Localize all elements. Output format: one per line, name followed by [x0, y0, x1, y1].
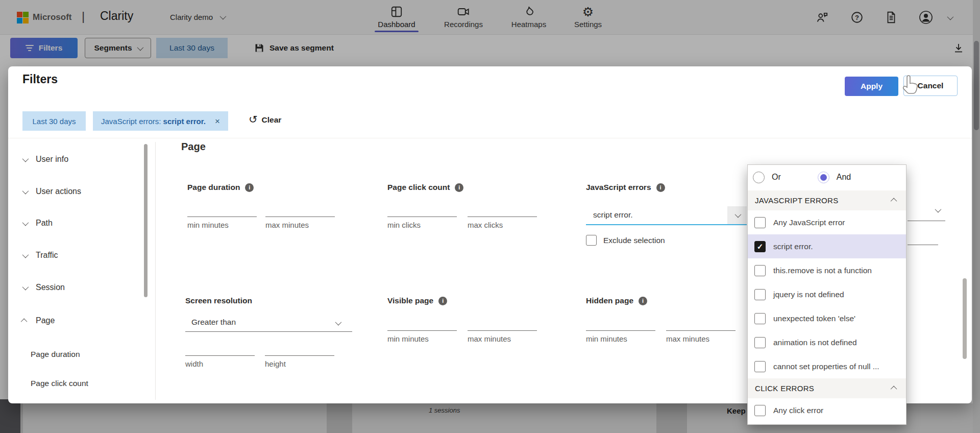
section-header-click-errors[interactable]: CLICK ERRORS	[748, 378, 906, 398]
option-any-click-error[interactable]: Any click error	[748, 398, 906, 422]
hidden-page-label: Hidden page i	[586, 296, 647, 305]
sidebar-item-page-duration[interactable]: Page duration	[8, 347, 141, 362]
hidden-page-min-input[interactable]: min minutes	[586, 330, 655, 343]
sidebar-scrollbar-thumb[interactable]	[144, 144, 148, 297]
partial-field-fragment	[908, 245, 938, 245]
page-click-count-max-input[interactable]: max clicks	[468, 216, 537, 229]
chip-value: script error.	[163, 117, 206, 126]
checkbox-checked-icon: ✓	[754, 241, 766, 252]
sidebar-item-page-click-count[interactable]: Page click count	[8, 376, 141, 391]
javascript-errors-dropdown-panel: Or And JAVASCRIPT ERRORS Any JavaScript …	[747, 164, 906, 425]
cancel-button[interactable]: Cancel	[903, 76, 958, 96]
section-heading: Page	[181, 141, 206, 153]
sidebar-item-page[interactable]: Page	[8, 314, 141, 328]
logic-or-radio[interactable]: Or	[753, 172, 781, 183]
info-icon[interactable]: i	[455, 183, 463, 192]
sidebar-item-session[interactable]: Session	[8, 280, 141, 295]
checkbox-icon	[754, 313, 766, 324]
clarity-app: Microsoft | Clarity Clarity demo Dashboa…	[0, 0, 980, 433]
partial-field-fragment	[908, 221, 945, 221]
checkbox-icon	[586, 235, 597, 246]
filter-chip-js-errors[interactable]: JavaScript errors: script error. ×	[93, 111, 228, 131]
chevron-down-icon	[22, 187, 29, 194]
javascript-errors-value: script error.	[593, 210, 633, 220]
chevron-up-icon	[21, 318, 28, 325]
option-script-error[interactable]: ✓ script error.	[748, 234, 906, 258]
sidebar-item-traffic[interactable]: Traffic	[8, 248, 141, 262]
checkbox-icon	[754, 217, 766, 228]
chevron-down-icon	[22, 219, 29, 226]
clear-filters-button[interactable]: ↺ Clear	[249, 114, 281, 125]
modal-scrollbar-thumb[interactable]	[963, 278, 967, 359]
page-click-count-min-input[interactable]: min clicks	[387, 216, 457, 229]
sidebar-item-user-info[interactable]: User info	[8, 152, 141, 166]
option-this-remove-is-not-a-function[interactable]: this.remove is not a function	[748, 258, 906, 282]
visible-page-label: Visible page i	[387, 296, 447, 305]
screen-resolution-width-input[interactable]: width	[185, 355, 255, 368]
radio-icon	[753, 172, 765, 183]
screen-resolution-label: Screen resolution	[185, 296, 252, 305]
chevron-down-icon	[935, 205, 940, 214]
chevron-up-icon	[891, 386, 897, 393]
visible-page-max-input[interactable]: max minutes	[468, 330, 537, 343]
select-dropdown-button[interactable]	[727, 206, 747, 224]
radio-selected-icon	[818, 172, 829, 183]
screen-resolution-height-input[interactable]: height	[265, 355, 334, 368]
sidebar-item-user-actions[interactable]: User actions	[8, 184, 141, 199]
info-icon[interactable]: i	[656, 183, 665, 192]
apply-label: Apply	[861, 82, 883, 91]
option-animation-is-not-defined[interactable]: animation is not defined	[748, 330, 906, 354]
checkbox-icon	[754, 265, 766, 276]
info-icon[interactable]: i	[639, 297, 647, 305]
page-duration-min-input[interactable]: min minutes	[187, 216, 257, 229]
operator-value: Greater than	[191, 318, 236, 327]
info-icon[interactable]: i	[438, 297, 447, 305]
checkbox-icon	[754, 405, 766, 416]
checkbox-icon	[754, 337, 766, 348]
sidebar-divider	[155, 142, 156, 400]
chevron-up-icon	[891, 198, 897, 205]
screen-resolution-operator-select[interactable]: Greater than	[185, 316, 352, 332]
hidden-page-max-input[interactable]: max minutes	[666, 330, 736, 343]
option-unexpected-token-else[interactable]: unexpected token 'else'	[748, 306, 906, 330]
option-cannot-set-properties-of-null[interactable]: cannot set properties of null ...	[748, 354, 906, 378]
clear-label: Clear	[262, 115, 282, 125]
cancel-label: Cancel	[918, 81, 944, 90]
page-duration-label: Page duration i	[187, 183, 254, 192]
chip-close-icon[interactable]: ×	[215, 117, 220, 126]
visible-page-min-input[interactable]: min minutes	[387, 330, 457, 343]
checkbox-icon	[754, 361, 766, 372]
checkbox-icon	[754, 289, 766, 300]
chevron-down-icon	[22, 155, 29, 162]
page-duration-max-input[interactable]: max minutes	[265, 216, 335, 229]
chevron-down-icon	[22, 251, 29, 258]
exclude-selection-checkbox[interactable]: Exclude selection	[586, 235, 665, 246]
modal-title: Filters	[22, 73, 58, 86]
option-jquery-is-not-defined[interactable]: jquery is not defined	[748, 282, 906, 306]
logic-radio-group: Or And	[748, 165, 906, 189]
chip-prefix: JavaScript errors:	[101, 117, 161, 126]
page-click-count-label: Page click count i	[387, 183, 463, 192]
modal-divider	[8, 138, 972, 138]
chevron-down-icon	[734, 211, 741, 218]
info-icon[interactable]: i	[245, 183, 254, 192]
filter-chip-date[interactable]: Last 30 days	[22, 111, 86, 131]
chip-label: Last 30 days	[32, 117, 76, 126]
javascript-errors-label: JavaScript errors i	[586, 183, 665, 192]
apply-button[interactable]: Apply	[845, 77, 898, 96]
chevron-down-icon	[335, 319, 342, 326]
undo-icon: ↺	[249, 114, 258, 125]
javascript-errors-select[interactable]: script error.	[586, 206, 747, 225]
section-header-javascript-errors[interactable]: JAVASCRIPT ERRORS	[748, 190, 906, 210]
logic-and-radio[interactable]: And	[818, 172, 851, 183]
option-any-javascript-error[interactable]: Any JavaScript error	[748, 210, 906, 234]
chevron-down-icon	[22, 283, 29, 290]
sidebar-item-path[interactable]: Path	[8, 216, 141, 230]
